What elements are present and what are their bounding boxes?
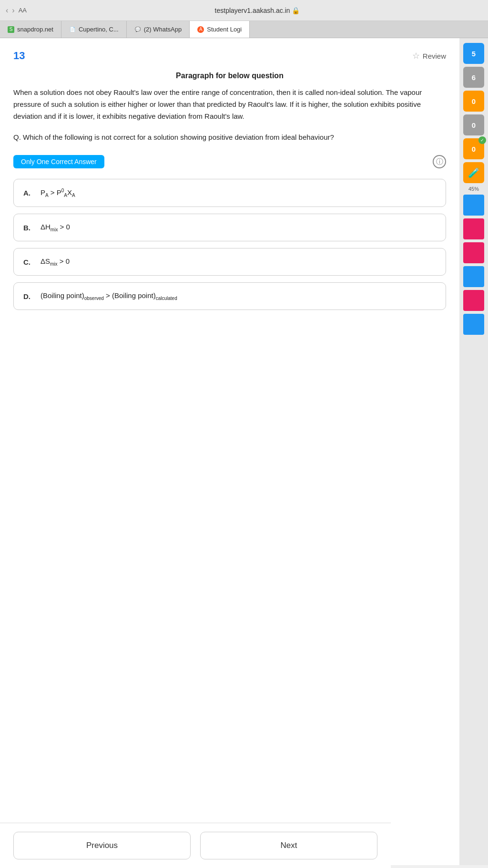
lock-icon: 🔒 [292,7,300,14]
sidebar-color-pink1[interactable] [463,218,484,239]
sidebar-color-pink2[interactable] [463,242,484,263]
check-dot: ✓ [478,136,486,144]
tab-student[interactable]: A Student Logi [190,21,250,38]
sidebar-badge-0b[interactable]: 0 [463,114,484,135]
browser-bar: ‹ › AA testplayerv1.aakash.ac.in 🔒 [0,0,488,21]
sidebar-color-blue[interactable] [463,195,484,216]
option-b[interactable]: B. ΔHmix > 0 [13,214,446,241]
paragraph-title: Paragraph for below question [13,72,446,80]
option-a[interactable]: A. PA > P0AXA [13,179,446,207]
paragraph-text: When a solution does not obey Raoult's l… [13,87,446,122]
lab-icon[interactable]: 🧪 [463,162,484,183]
option-b-label: B. [23,224,33,232]
previous-button[interactable]: Previous [13,832,191,859]
sidebar-badge-0a[interactable]: 0 [463,91,484,112]
option-c-label: C. [23,258,33,266]
tab-whatsapp-label: (2) WhatsApp [144,26,182,33]
snapdrop-icon: S [8,26,14,33]
tab-snapdrop-label: snapdrop.net [17,26,53,33]
option-d-text: (Boiling point)observed > (Boiling point… [41,291,436,301]
question-text: Q. Which of the following is not correct… [13,132,446,144]
next-button[interactable]: Next [200,832,377,859]
main-content: 13 ☆ Review Paragraph for below question… [0,38,488,865]
tab-whatsapp[interactable]: 💬 (2) WhatsApp [127,21,190,38]
sidebar-percent: 45% [468,186,479,192]
student-icon: A [197,26,204,33]
badge-0a-value: 0 [472,97,476,105]
tab-student-label: Student Logi [207,26,242,33]
browser-tabs: S snapdrop.net 📄 Cupertino, C... 💬 (2) W… [0,21,488,38]
bottom-navigation: Previous Next [0,823,391,865]
whatsapp-icon: 💬 [134,26,141,33]
option-d[interactable]: D. (Boiling point)observed > (Boiling po… [13,282,446,310]
forward-icon[interactable]: › [12,6,14,15]
info-icon[interactable]: ⓘ [433,155,446,168]
sidebar-color-blue2[interactable] [463,266,484,287]
tab-snapdrop[interactable]: S snapdrop.net [0,21,61,38]
sidebar-badge-0c-wrapper: 0 ✓ [463,138,484,159]
badge-0b-value: 0 [472,121,476,129]
back-icon[interactable]: ‹ [6,6,8,15]
tab-cupertino-label: Cupertino, C... [79,26,119,33]
option-b-text: ΔHmix > 0 [41,223,436,232]
sidebar-badge-5[interactable]: 5 [463,43,484,64]
question-panel: 13 ☆ Review Paragraph for below question… [0,38,459,865]
review-button[interactable]: ☆ Review [412,51,446,61]
badge-6-value: 6 [472,73,476,82]
option-c[interactable]: C. ΔSmix > 0 [13,248,446,276]
options-list: A. PA > P0AXA B. ΔHmix > 0 C. ΔSmix > 0 … [13,179,446,310]
option-a-label: A. [23,189,33,197]
question-header: 13 ☆ Review [13,50,446,62]
question-number: 13 [13,50,25,62]
right-sidebar: 5 6 0 0 0 ✓ 🧪 45% [459,38,488,865]
star-icon: ☆ [412,51,420,61]
font-size-label: AA [19,7,27,14]
sidebar-badge-6[interactable]: 6 [463,67,484,88]
answer-type-row: Only One Correct Answer ⓘ [13,155,446,168]
url-text: testplayerv1.aakash.ac.in [215,7,290,14]
nav-icons: ‹ › AA [6,6,27,15]
answer-type-badge: Only One Correct Answer [13,155,104,168]
option-c-text: ΔSmix > 0 [41,257,436,267]
option-a-text: PA > P0AXA [41,188,436,198]
browser-url: testplayerv1.aakash.ac.in 🔒 [32,7,482,14]
option-d-label: D. [23,292,33,300]
sidebar-color-pink3[interactable] [463,290,484,311]
spacer [13,324,446,382]
paragraph-body: When a solution does not obey Raoult's l… [13,88,422,120]
tab-cupertino[interactable]: 📄 Cupertino, C... [61,21,127,38]
badge-5-value: 5 [472,50,476,58]
sidebar-color-blue3[interactable] [463,314,484,335]
review-label: Review [423,52,446,60]
cupertino-icon: 📄 [69,26,76,33]
badge-0c-value: 0 [472,145,476,153]
